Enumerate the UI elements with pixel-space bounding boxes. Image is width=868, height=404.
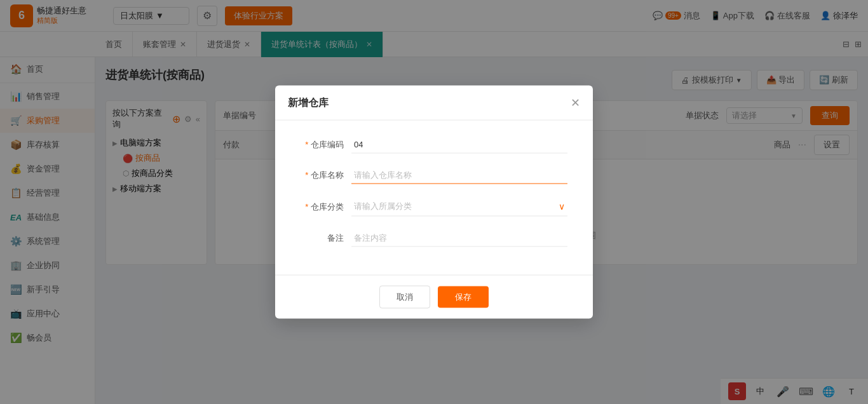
modal-body: 仓库编码 仓库名称 仓库分类 请输入所属分类 ∨ 备注 — [275, 121, 593, 275]
category-select[interactable]: 请输入所属分类 ∨ — [351, 197, 567, 217]
modal-footer: 取消 保存 — [275, 275, 593, 319]
name-input[interactable] — [351, 166, 567, 184]
note-input[interactable] — [351, 229, 567, 247]
form-row-code: 仓库编码 — [301, 136, 567, 154]
form-row-name: 仓库名称 — [301, 166, 567, 184]
code-input[interactable] — [351, 136, 567, 154]
chevron-down-icon: ∨ — [559, 201, 565, 212]
category-placeholder: 请输入所属分类 — [354, 201, 412, 212]
form-row-category: 仓库分类 请输入所属分类 ∨ — [301, 197, 567, 217]
form-row-note: 备注 — [301, 229, 567, 247]
name-label: 仓库名称 — [301, 170, 351, 181]
cancel-button[interactable]: 取消 — [379, 286, 430, 309]
code-label: 仓库编码 — [301, 139, 351, 151]
category-label: 仓库分类 — [301, 201, 351, 212]
note-label: 备注 — [301, 232, 351, 244]
modal-close-button[interactable]: ✕ — [571, 96, 580, 110]
modal-title: 新增仓库 — [288, 96, 329, 109]
new-warehouse-modal: 新增仓库 ✕ 仓库编码 仓库名称 仓库分类 请输入所属分类 ∨ 备注 取消 保存 — [275, 86, 593, 319]
modal-header: 新增仓库 ✕ — [275, 86, 593, 121]
save-button[interactable]: 保存 — [438, 286, 489, 308]
